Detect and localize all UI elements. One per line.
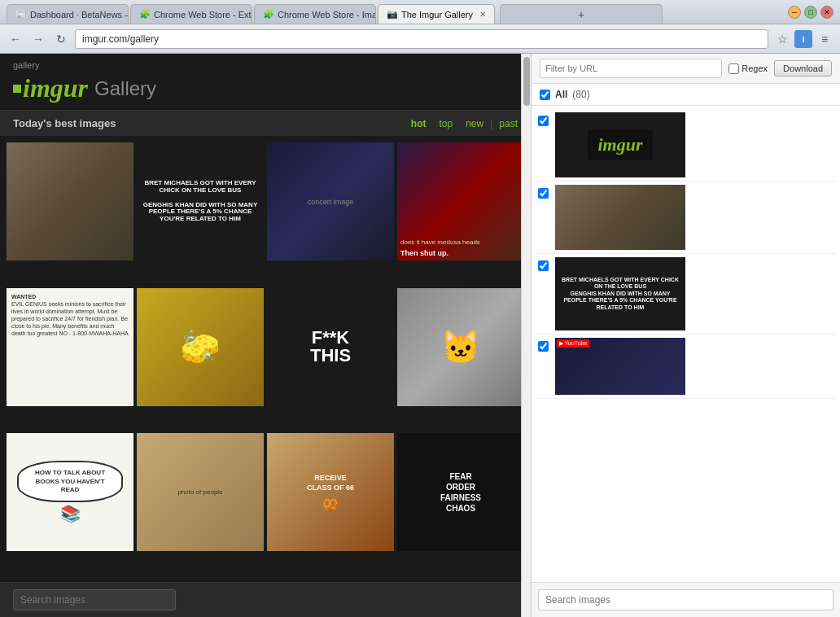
grid-cell-5[interactable]: WANTED EVIL GENIUS seeks minions to sacr… — [7, 288, 133, 406]
forward-button[interactable]: → — [29, 30, 47, 48]
back-button[interactable]: ← — [7, 30, 24, 48]
grid-cell-2-text: BRET MICHAELS GOT WITH EVERY CHICK ON TH… — [137, 177, 264, 226]
panel-image-item-1: imgur — [535, 109, 837, 182]
regex-label[interactable]: Regex — [728, 63, 768, 74]
all-label: All — [555, 89, 567, 100]
grid-cell-10-text: photo of people — [177, 488, 222, 496]
panel-thumb-3-text: BRET MICHAELS GOT WITH EVERY CHICK ON TH… — [558, 277, 682, 311]
imgur-search-input[interactable] — [13, 589, 176, 610]
imgur-header: gallery imgur Gallery — [0, 54, 531, 111]
grid-cell-11[interactable]: RECEIVECLASS OF 66 🥨 — [267, 433, 394, 551]
tab-favicon-imgur: 📷 — [387, 9, 398, 20]
grid-cell-7-text: F**KTHIS — [310, 329, 351, 365]
close-button[interactable]: ✕ — [820, 6, 833, 19]
settings-icon[interactable]: ≡ — [816, 30, 833, 48]
new-tab-button[interactable]: + — [500, 4, 663, 24]
tabs-area: 📰 Dashboard · BetaNews — ✕ 🧩 Chrome Web … — [7, 0, 663, 24]
panel-all-row: All (80) — [532, 84, 840, 106]
nav-new[interactable]: new — [466, 118, 483, 129]
imgur-search-bar — [0, 582, 531, 617]
grid-cell-1[interactable] — [7, 142, 133, 260]
nav-hot[interactable]: hot — [411, 118, 427, 129]
grid-cell-9-text: HOW TO TALK ABOUT BOOKS YOU HAVEN'T READ — [25, 469, 115, 494]
select-all-checkbox[interactable] — [540, 90, 550, 100]
panel-search-area — [532, 582, 840, 617]
browser-titlebar: 📰 Dashboard · BetaNews — ✕ 🧩 Chrome Web … — [0, 0, 840, 24]
tab-webstore2[interactable]: 🧩 Chrome Web Store - Imag... ✕ — [254, 4, 376, 24]
tab-favicon-betanews: 📰 — [15, 9, 27, 20]
section-title: Today's best images — [13, 117, 116, 129]
imgur-breadcrumb: gallery — [13, 60, 518, 70]
panel-images-list: imgur BRET MICHAELS GOT WITH EVERY CHICK… — [532, 106, 840, 582]
panel-checkbox-1[interactable] — [538, 116, 549, 126]
grid-cell-10[interactable]: photo of people — [137, 433, 264, 551]
grid-cell-9[interactable]: HOW TO TALK ABOUT BOOKS YOU HAVEN'T READ… — [7, 433, 133, 551]
tab-webstore1[interactable]: 🧩 Chrome Web Store - Exten... ✕ — [130, 4, 252, 24]
grid-cell-7[interactable]: F**KTHIS — [267, 288, 394, 406]
imgur-image-grid: BRET MICHAELS GOT WITH EVERY CHICK ON TH… — [0, 136, 531, 582]
regex-checkbox[interactable] — [728, 63, 739, 74]
imgur-logo: imgur — [23, 73, 88, 103]
tab-favicon-webstore1: 🧩 — [139, 9, 151, 20]
imgur-page: gallery imgur Gallery Today's best image… — [0, 54, 531, 617]
panel-thumb-4: ▶ YouTube — [555, 338, 685, 395]
grid-cell-12-chaos: CHAOS — [446, 504, 475, 513]
grid-cell-12-fairness: FAIRNESS — [440, 493, 481, 502]
nav-top[interactable]: top — [439, 118, 453, 129]
download-panel: Regex Download All (80) imgur — [531, 54, 840, 617]
address-bar[interactable] — [75, 29, 768, 49]
grid-cell-3[interactable]: concert image — [267, 142, 394, 260]
tab-title-webstore1: Chrome Web Store - Exten... — [154, 10, 252, 20]
all-count: (80) — [572, 89, 589, 100]
panel-thumb-1: imgur — [555, 112, 685, 177]
grid-cell-8[interactable]: 🐱 — [397, 288, 524, 406]
grid-cell-3-text: concert image — [304, 195, 357, 209]
grid-cell-12-order: ORDER — [446, 483, 475, 492]
imgur-logo-area: imgur Gallery — [13, 73, 518, 103]
panel-search-input[interactable] — [538, 589, 833, 610]
regex-text: Regex — [742, 63, 768, 73]
grid-cell-5-text: WANTED EVIL GENIUS seeks minions to sacr… — [11, 293, 129, 338]
panel-checkbox-2[interactable] — [538, 188, 549, 199]
window-controls: ─ □ ✕ — [788, 6, 833, 19]
nav-past[interactable]: past — [499, 118, 518, 129]
panel-image-item-4: ▶ YouTube — [535, 335, 837, 399]
tab-title-webstore2: Chrome Web Store - Imag... — [278, 10, 376, 20]
filter-url-input[interactable] — [540, 59, 722, 78]
grid-cell-4[interactable]: does it have medusa heads Then shut up. — [397, 142, 524, 260]
tab-close-imgur[interactable]: ✕ — [479, 10, 486, 19]
imgur-logo-dot — [13, 85, 21, 93]
panel-toolbar: Regex Download — [532, 54, 840, 84]
tab-title-betanews: Dashboard · BetaNews — — [30, 10, 129, 20]
grid-cell-9-bubble: HOW TO TALK ABOUT BOOKS YOU HAVEN'T READ — [17, 461, 123, 502]
panel-checkbox-4[interactable] — [538, 341, 549, 352]
grid-cell-8-icon: 🐱 — [440, 328, 481, 366]
browser-toolbar: ← → ↻ ☆ i ≡ — [0, 24, 840, 54]
imgur-gallery-label: Gallery — [94, 77, 156, 100]
toolbar-icons: ☆ i ≡ — [773, 30, 833, 48]
tab-imgur[interactable]: 📷 The Imgur Gallery ✕ — [378, 4, 495, 24]
grid-cell-9-icon: 📚 — [60, 504, 81, 523]
grid-cell-6-icon: 🧽 — [180, 328, 221, 366]
grid-cell-12-fear: FEAR — [449, 472, 471, 481]
imgur-nav: Today's best images hot top new | past — [0, 111, 531, 136]
panel-thumb-2 — [555, 185, 685, 250]
grid-cell-6[interactable]: 🧽 — [137, 288, 264, 406]
panel-image-item-3: BRET MICHAELS GOT WITH EVERY CHICK ON TH… — [535, 254, 837, 335]
grid-cell-12[interactable]: FEAR ORDER FAIRNESS CHAOS — [397, 433, 524, 551]
panel-checkbox-3[interactable] — [538, 260, 549, 271]
tab-title-imgur: The Imgur Gallery — [401, 10, 473, 20]
grid-cell-11-text: RECEIVECLASS OF 66 — [307, 473, 354, 493]
reload-button[interactable]: ↻ — [52, 30, 70, 48]
panel-thumb-1-logo: imgur — [597, 134, 642, 155]
panel-thumb-3: BRET MICHAELS GOT WITH EVERY CHICK ON TH… — [555, 257, 685, 330]
panel-image-item-2 — [535, 182, 837, 254]
maximize-button[interactable]: □ — [804, 6, 817, 19]
extension-icon[interactable]: i — [794, 30, 812, 48]
download-button[interactable]: Download — [774, 60, 832, 77]
grid-cell-4-text: does it have medusa heads — [400, 238, 521, 246]
tab-betanews[interactable]: 📰 Dashboard · BetaNews — ✕ — [7, 4, 129, 24]
minimize-button[interactable]: ─ — [788, 6, 801, 19]
bookmark-icon[interactable]: ☆ — [773, 30, 791, 48]
grid-cell-2[interactable]: BRET MICHAELS GOT WITH EVERY CHICK ON TH… — [137, 142, 264, 260]
